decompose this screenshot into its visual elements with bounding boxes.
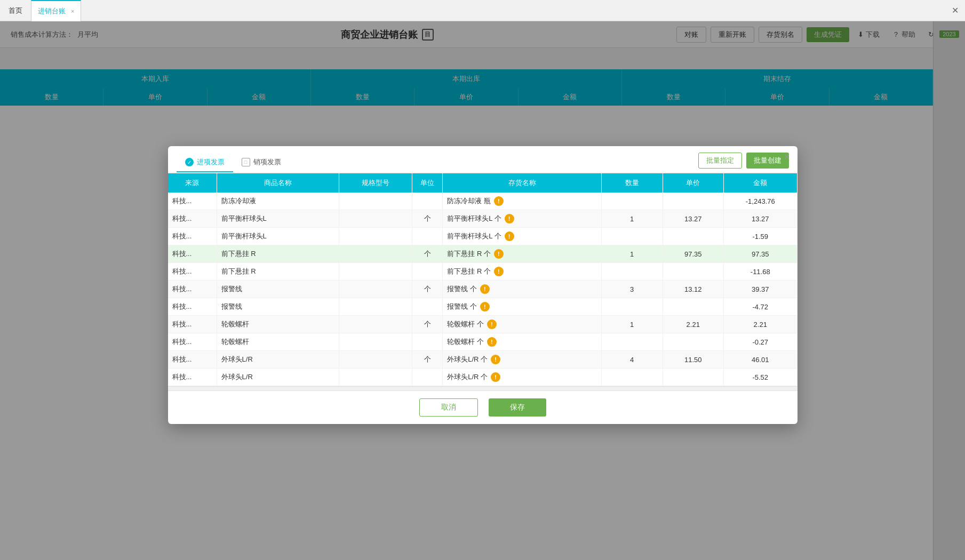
- table-header-row: 来源 商品名称 规格型号 单位 存货名称 数量 单价 金额: [168, 173, 797, 193]
- cell-quantity: 3: [602, 281, 663, 298]
- col-spec: 规格型号: [339, 173, 412, 193]
- tab-close-icon[interactable]: ×: [71, 1, 74, 21]
- cell-quantity: [602, 298, 663, 316]
- batch-create-button[interactable]: 批量创建: [746, 153, 789, 169]
- cell-source: 科技...: [168, 369, 217, 386]
- cell-spec: [339, 245, 412, 263]
- inventory-name-text: 轮毂螺杆 个: [447, 337, 484, 347]
- cell-source: 科技...: [168, 263, 217, 281]
- cell-product-name: 前平衡杆球头L: [217, 210, 339, 228]
- cell-product-name: 前平衡杆球头L: [217, 228, 339, 245]
- cell-source: 科技...: [168, 281, 217, 298]
- cell-unit: [412, 333, 443, 351]
- cell-amount: 2.21: [724, 316, 797, 333]
- tab-home[interactable]: 首页: [0, 0, 31, 21]
- cell-product-name: 前下悬挂 R: [217, 263, 339, 281]
- cell-inventory-name: 轮毂螺杆 个!: [443, 333, 601, 350]
- save-button[interactable]: 保存: [489, 398, 546, 417]
- col-quantity: 数量: [602, 173, 663, 193]
- cell-unit-price: [663, 228, 724, 245]
- modal-footer: 取消 保存: [168, 390, 797, 424]
- cell-unit-price: 13.12: [663, 281, 724, 298]
- table-row: 科技...前下悬挂 R前下悬挂 R 个!-11.68: [168, 263, 797, 281]
- cell-source: 科技...: [168, 298, 217, 316]
- col-source: 来源: [168, 173, 217, 193]
- cell-inventory-name: 前下悬挂 R 个!: [443, 245, 601, 262]
- table-row: 科技...轮毂螺杆轮毂螺杆 个!-0.27: [168, 333, 797, 351]
- warning-icon: !: [480, 302, 490, 311]
- cell-source: 科技...: [168, 210, 217, 228]
- incoming-tab-label: 进项发票: [197, 157, 225, 167]
- cell-amount: 97.35: [724, 245, 797, 263]
- top-bar: 首页 进销台账 × ✕: [0, 0, 965, 21]
- col-product-name: 商品名称: [217, 173, 339, 193]
- cell-inventory-name: 报警线 个!: [443, 281, 601, 298]
- outgoing-tab-icon: □: [242, 158, 250, 166]
- cell-spec: [339, 333, 412, 351]
- cell-unit-price: 11.50: [663, 351, 724, 369]
- cell-product-name: 轮毂螺杆: [217, 333, 339, 351]
- cell-quantity: [602, 193, 663, 210]
- col-inventory-name: 存货名称: [443, 173, 602, 193]
- table-row: 科技...前平衡杆球头L个前平衡杆球头L 个!113.2713.27: [168, 210, 797, 228]
- cell-unit: 个: [412, 210, 443, 228]
- warning-icon: !: [480, 284, 490, 294]
- col-unit: 单位: [412, 173, 443, 193]
- cell-spec: [339, 298, 412, 316]
- cell-unit: [412, 263, 443, 281]
- inventory-name-text: 外球头L/R 个: [447, 355, 488, 364]
- col-unit-price: 单价: [663, 173, 724, 193]
- table-row: 科技...报警线报警线 个!-4.72: [168, 298, 797, 316]
- inventory-name-text: 防冻冷却液 瓶: [447, 196, 491, 206]
- table-row: 科技...前平衡杆球头L前平衡杆球头L 个!-1.59: [168, 228, 797, 245]
- cell-quantity: [602, 369, 663, 386]
- cell-unit-price: [663, 369, 724, 386]
- table-row: 科技...外球头L/R外球头L/R 个!-5.52: [168, 369, 797, 386]
- app-close-icon[interactable]: ✕: [952, 6, 959, 15]
- inventory-name-text: 前下悬挂 R 个: [447, 249, 491, 259]
- inventory-name-text: 轮毂螺杆 个: [447, 319, 484, 329]
- cell-quantity: 4: [602, 351, 663, 369]
- cell-spec: [339, 316, 412, 333]
- cell-unit-price: 13.27: [663, 210, 724, 228]
- outgoing-tab-label: 销项发票: [253, 157, 281, 167]
- warning-icon: !: [487, 337, 497, 347]
- inventory-name-text: 前平衡杆球头L 个: [447, 214, 501, 223]
- modal-table[interactable]: 来源 商品名称 规格型号 单位 存货名称 数量 单价 金额 科技...防冻冷却液…: [168, 173, 797, 386]
- cell-amount: -0.27: [724, 333, 797, 351]
- cell-spec: [339, 369, 412, 386]
- inventory-name-text: 前下悬挂 R 个: [447, 267, 491, 276]
- modal-dialog: ✓ 进项发票 □ 销项发票 批量指定 批量创建 × 来源 商品名称 规格型号: [168, 146, 797, 424]
- cell-spec: [339, 228, 412, 245]
- cell-source: 科技...: [168, 193, 217, 210]
- warning-icon: !: [494, 249, 504, 259]
- cell-product-name: 报警线: [217, 298, 339, 316]
- cell-spec: [339, 263, 412, 281]
- modal-header-actions: 批量指定 批量创建: [698, 153, 789, 173]
- cell-quantity: 1: [602, 210, 663, 228]
- cell-unit-price: 2.21: [663, 316, 724, 333]
- cell-quantity: [602, 263, 663, 281]
- warning-icon: !: [505, 214, 514, 223]
- tab-active-label: 进销台账: [38, 1, 66, 21]
- cell-inventory-name: 前平衡杆球头L 个!: [443, 228, 601, 245]
- tab-incoming-invoice[interactable]: ✓ 进项发票: [177, 153, 233, 172]
- cell-product-name: 报警线: [217, 281, 339, 298]
- tab-active[interactable]: 进销台账 ×: [31, 0, 81, 21]
- cell-unit-price: 97.35: [663, 245, 724, 263]
- tab-outgoing-invoice[interactable]: □ 销项发票: [233, 153, 290, 172]
- inventory-name-text: 报警线 个: [447, 302, 477, 311]
- cell-unit: 个: [412, 351, 443, 369]
- cell-source: 科技...: [168, 228, 217, 245]
- warning-icon: !: [494, 196, 504, 206]
- cell-inventory-name: 报警线 个!: [443, 298, 601, 315]
- batch-specify-button[interactable]: 批量指定: [698, 153, 742, 169]
- cancel-button[interactable]: 取消: [419, 398, 478, 417]
- warning-icon: !: [487, 319, 497, 329]
- cell-spec: [339, 281, 412, 298]
- warning-icon: !: [494, 267, 504, 276]
- cell-inventory-name: 轮毂螺杆 个!: [443, 316, 601, 333]
- modal-close-icon[interactable]: ×: [784, 151, 790, 163]
- horizontal-scrollbar[interactable]: [168, 386, 797, 390]
- cell-amount: -1.59: [724, 228, 797, 245]
